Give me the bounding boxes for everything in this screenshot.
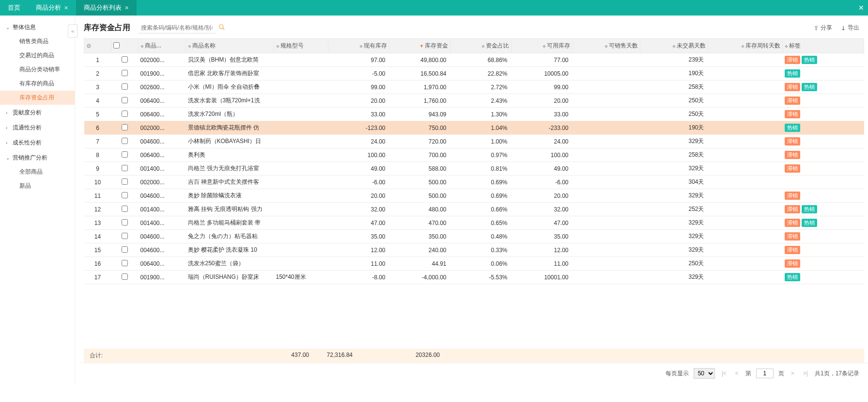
row-checkbox[interactable] — [122, 246, 128, 253]
col-turnover[interactable]: ◆库存周转天数 — [708, 39, 783, 53]
col-saledays[interactable]: ◆可销售天数 — [573, 39, 640, 53]
col-spec[interactable]: ◆规格型号 — [274, 39, 328, 53]
page-input[interactable] — [756, 369, 774, 378]
table-row[interactable]: 4006400...洗发水套装（3瓶720ml+1洗20.001,760.002… — [84, 94, 864, 108]
sidebar-item-4-0[interactable]: 全部商品 — [0, 165, 75, 179]
table-row[interactable]: 16006400...洗发水250蜜兰（袋）11.0044.910.06%11.… — [84, 257, 864, 271]
cell-turnover — [708, 243, 783, 257]
cell-name: 尚格兰 强力无痕免打孔浴室 — [186, 162, 274, 176]
row-checkbox[interactable] — [122, 56, 128, 63]
share-button[interactable]: ⇪分享 — [814, 24, 832, 32]
search-icon[interactable] — [218, 24, 225, 32]
export-button[interactable]: ⤓导出 — [841, 24, 859, 32]
col-name[interactable]: ◆商品名称 — [186, 39, 274, 53]
row-chk[interactable] — [111, 67, 139, 80]
row-checkbox[interactable] — [122, 178, 128, 185]
sidebar-item-0-1[interactable]: 交易过的商品 — [0, 48, 75, 63]
row-chk[interactable] — [111, 189, 139, 203]
row-chk[interactable] — [111, 94, 139, 108]
sidebar-group-3[interactable]: ›成长性分析 — [0, 136, 75, 150]
row-chk[interactable] — [111, 257, 139, 271]
row-chk[interactable] — [111, 203, 139, 216]
row-checkbox[interactable] — [122, 83, 128, 90]
row-chk[interactable] — [111, 108, 139, 121]
sidebar-item-0-0[interactable]: 销售类商品 — [0, 34, 75, 48]
col-code[interactable]: ◆商品... — [139, 39, 186, 53]
row-chk[interactable] — [111, 271, 139, 284]
table-row[interactable]: 5006400...洗发水720ml（瓶）33.00943.091.30%33.… — [84, 108, 864, 121]
sidebar-item-4-1[interactable]: 新品 — [0, 179, 75, 193]
row-checkbox[interactable] — [122, 138, 128, 144]
next-page-button[interactable]: > — [789, 370, 796, 377]
row-chk[interactable] — [111, 80, 139, 94]
table-row[interactable]: 3002600...小米（MI）雨伞 全自动折叠99.001,970.002.7… — [84, 80, 864, 94]
row-checkbox[interactable] — [122, 97, 128, 103]
row-checkbox[interactable] — [122, 260, 128, 266]
sidebar-item-0-4[interactable]: 库存资金占用 — [0, 91, 75, 105]
per-page-select[interactable]: 50 — [694, 368, 715, 379]
row-chk[interactable] — [111, 230, 139, 243]
table-row[interactable]: 14004600...兔之力（兔の力）粘毛器粘35.00350.000.48%3… — [84, 230, 864, 243]
sidebar-group-2[interactable]: ›流通性分析 — [0, 121, 75, 135]
col-notrade[interactable]: ◆未交易天数 — [640, 39, 708, 53]
prev-page-button[interactable]: < — [733, 370, 741, 377]
sidebar-item-0-3[interactable]: 有库存的商品 — [0, 77, 75, 91]
row-checkbox[interactable] — [122, 124, 128, 130]
row-checkbox[interactable] — [122, 273, 128, 280]
row-checkbox[interactable] — [122, 111, 128, 117]
tab-close-icon[interactable]: ✕ — [124, 5, 129, 11]
tab-1[interactable]: 商品分析✕ — [28, 0, 76, 16]
cell-stock: 11.00 — [328, 257, 389, 271]
table-row[interactable]: 10002000...吉百 禅意新中式玄关摆件客-6.00500.000.69%… — [84, 176, 864, 189]
row-chk[interactable] — [111, 148, 139, 162]
table-row[interactable]: 1002000...贝汉美（BHM）创意北欧简97.0049,800.0068.… — [84, 53, 864, 67]
row-checkbox[interactable] — [122, 233, 128, 239]
close-all-icon[interactable]: ✕ — [858, 0, 864, 16]
table-row[interactable]: 17001900...瑞尚（RUISHANG）卧室床150*40厘米-8.00-… — [84, 271, 864, 284]
last-page-button[interactable]: >| — [801, 370, 810, 377]
table-row[interactable]: 8006400...奥利奥100.00700.000.97%100.00258天… — [84, 148, 864, 162]
sidebar-collapse-button[interactable]: « — [68, 24, 78, 38]
gear-icon[interactable]: ⚙ — [86, 43, 92, 49]
row-chk[interactable] — [111, 176, 139, 189]
sidebar-group-0[interactable]: ⌄整体信息 — [0, 20, 75, 34]
row-checkbox[interactable] — [122, 70, 128, 76]
row-checkbox[interactable] — [122, 192, 128, 198]
search-input[interactable] — [138, 22, 216, 33]
row-chk[interactable] — [111, 121, 139, 135]
select-all-checkbox[interactable] — [113, 42, 120, 48]
table-row[interactable]: 15004600...奥妙 樱花柔护 洗衣凝珠 1012.00240.000.3… — [84, 243, 864, 257]
tab-2[interactable]: 商品分析列表✕ — [76, 0, 137, 16]
cell-fund: -4,000.00 — [389, 271, 450, 284]
table-row[interactable]: 12001400...雅高 挂钩 无痕透明粘钩 强力32.00480.000.6… — [84, 203, 864, 216]
row-checkbox[interactable] — [122, 219, 128, 225]
col-avail[interactable]: ◆可用库存 — [512, 39, 573, 53]
first-page-button[interactable]: |< — [720, 370, 728, 377]
col-tags[interactable]: ◆标签 — [783, 39, 864, 53]
row-chk[interactable] — [111, 53, 139, 67]
row-checkbox[interactable] — [122, 165, 128, 171]
table-row[interactable]: 2001900...倍思家 北欧客厅装饰画卧室-5.0016,500.8422.… — [84, 67, 864, 80]
cell-spec — [274, 148, 328, 162]
cell-stock: 97.00 — [328, 53, 389, 67]
col-stock[interactable]: ◆现有库存 — [328, 39, 389, 53]
table-row[interactable]: 6002000...景德镇北欧陶瓷花瓶摆件 仿-123.00750.001.04… — [84, 121, 864, 135]
sidebar-group-4[interactable]: ⌄营销推广分析 — [0, 151, 75, 165]
table-row[interactable]: 9001400...尚格兰 强力无痕免打孔浴室49.00588.000.81%4… — [84, 162, 864, 176]
col-pct[interactable]: ◆资金占比 — [450, 39, 512, 53]
tab-close-icon[interactable]: ✕ — [64, 5, 68, 11]
cell-saledays — [573, 80, 640, 94]
row-chk[interactable] — [111, 243, 139, 257]
table-row[interactable]: 7004600...小林制药（KOBAYASHI）日24.00720.001.0… — [84, 135, 864, 148]
col-fund[interactable]: ▼库存资金 — [389, 39, 450, 53]
row-checkbox[interactable] — [122, 151, 128, 158]
table-row[interactable]: 13001400...尚格兰 多功能马桶刷套装 带47.00470.000.65… — [84, 216, 864, 230]
table-row[interactable]: 11004600...奥妙 除菌除螨洗衣液20.00500.000.69%20.… — [84, 189, 864, 203]
tab-0[interactable]: 首页 — [0, 0, 28, 16]
row-chk[interactable] — [111, 135, 139, 148]
sidebar-item-0-2[interactable]: 商品分类动销率 — [0, 63, 75, 77]
row-checkbox[interactable] — [122, 206, 128, 212]
row-chk[interactable] — [111, 216, 139, 230]
row-chk[interactable] — [111, 162, 139, 176]
sidebar-group-1[interactable]: ›贡献度分析 — [0, 106, 75, 120]
